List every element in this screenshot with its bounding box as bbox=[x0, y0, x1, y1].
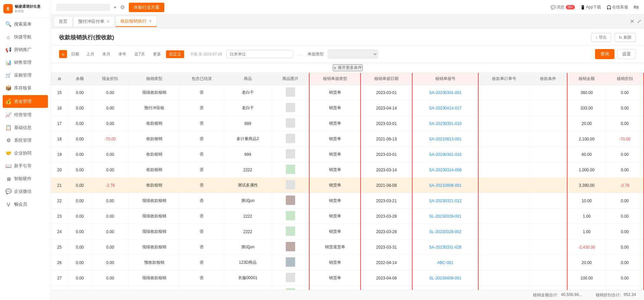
table-row[interactable]: 16 0.00 0.00 预付冲应收 否 老白干 销货单 2023-04-14 … bbox=[51, 100, 644, 116]
tab-home[interactable]: 首页 bbox=[54, 16, 72, 27]
export-button[interactable]: ↑ 导出 bbox=[591, 33, 611, 42]
user-label[interactable]: Rit bbox=[634, 5, 639, 10]
table-row[interactable]: 19 0.00 0.00 收款核销 否 999 销货单 2023-03-01 S… bbox=[51, 147, 644, 162]
sidebar-item-purchase[interactable]: 🛒采购管理 bbox=[0, 69, 51, 82]
sidebar-item-search[interactable]: 🔍搜索菜单 bbox=[0, 18, 51, 31]
receipt-no-link[interactable]: SA-20210813-001 bbox=[429, 137, 462, 141]
table-row[interactable]: 21 0.00 -2.76 收款核销 否 测试多属性 销货单 2021-08-0… bbox=[51, 178, 644, 193]
table-row[interactable]: 17 0.00 0.00 收款核销 否 999 销货单 2023-03-01 S… bbox=[51, 116, 644, 131]
cell-receipt-no[interactable]: SA-20230331-026 bbox=[412, 240, 478, 255]
cell-included: 否 bbox=[180, 116, 224, 131]
cell-product-img bbox=[272, 162, 309, 178]
close-tab-icon[interactable]: ✕ bbox=[630, 18, 634, 25]
sidebar-icon-collab: 🤝 bbox=[5, 150, 11, 156]
cell-receipt-no[interactable]: SA-20230301-010 bbox=[412, 116, 478, 131]
table-row[interactable]: 26 0.00 0.00 预收款核销 否 123D商品 销货单 2022-04-… bbox=[51, 255, 644, 270]
sidebar-item-business[interactable]: 📈经营管理 bbox=[0, 109, 51, 121]
refresh-button[interactable]: ↻ 刷新 bbox=[614, 33, 636, 42]
receipt-no-link[interactable]: SL-20230328-001 bbox=[429, 214, 462, 219]
cell-amount: 20.00 bbox=[567, 116, 606, 131]
receipt-no-link[interactable]: SL-20230328-002 bbox=[429, 229, 462, 234]
receipt-no-link[interactable]: ABC-001 bbox=[437, 260, 453, 265]
sidebar-item-inventory[interactable]: 📦库存核算 bbox=[0, 82, 51, 94]
cell-receipt-no[interactable]: SL-20230328-001 bbox=[412, 209, 478, 224]
receipt-no-link[interactable]: SA-20230301-001 bbox=[429, 90, 462, 95]
sidebar-item-wechat[interactable]: 💬企业微信 bbox=[0, 185, 51, 198]
cell-product-img bbox=[272, 100, 309, 116]
receipt-no-link[interactable]: SA-20230321-012 bbox=[429, 199, 462, 203]
single-type-select[interactable] bbox=[328, 50, 378, 58]
cell-receipt-no[interactable]: SA-20210808-001 bbox=[412, 178, 478, 193]
maximize-icon[interactable]: ⤢ bbox=[637, 18, 641, 25]
app-download-link[interactable]: 📱 App下载 bbox=[580, 4, 601, 10]
table-row[interactable]: 22 0.00 0.00 现续收款核销 否 测试jun 销货单 2023-03-… bbox=[51, 193, 644, 209]
col-settings-header[interactable]: ⚙ bbox=[51, 73, 68, 85]
cell-receipt-no[interactable]: SA-20230301-001 bbox=[412, 85, 478, 100]
receipt-no-link[interactable]: SL-20230408-001 bbox=[429, 276, 462, 281]
column-settings-button[interactable]: 设置 bbox=[617, 49, 636, 59]
sidebar-item-sales[interactable]: 📊销售管理 bbox=[0, 56, 51, 69]
sidebar-item-hardware[interactable]: 🖥智能硬件 bbox=[0, 172, 51, 185]
last-month-btn[interactable]: 上月 bbox=[83, 50, 97, 58]
more-date-btn[interactable]: 更多 bbox=[150, 50, 164, 58]
table-row[interactable]: 28 0.00 0.00 现续收款核销 否 2222 销货单 2023-04-1… bbox=[51, 286, 644, 290]
unit-filter-input[interactable] bbox=[226, 50, 293, 58]
cell-product-img bbox=[272, 131, 309, 147]
cell-receipt-no[interactable]: SA-20230301-010 bbox=[412, 147, 478, 162]
custom-date-btn[interactable]: 自定义 bbox=[166, 50, 184, 58]
dropdown-chevron-icon[interactable]: ▾ bbox=[114, 5, 116, 10]
table-row[interactable]: 23 0.00 0.00 现续收款核销 否 2222 销货单 2023-03-2… bbox=[51, 209, 644, 224]
unit-more-icon[interactable]: ... bbox=[297, 51, 304, 57]
cell-receipt-no[interactable]: ABC-001 bbox=[412, 255, 478, 270]
table-row[interactable]: 20 0.00 0.00 收款核销 否 2222 销货单 2023-03-14 … bbox=[51, 162, 644, 178]
solution-button[interactable]: 休验行业方案 bbox=[129, 3, 164, 12]
table-row[interactable]: 27 0.00 0.00 现续收款核销 否 衣服00001 销货单 2023-0… bbox=[51, 270, 644, 286]
cell-receipt-no[interactable]: SA-20230321-012 bbox=[412, 193, 478, 209]
topbar-search-input[interactable] bbox=[56, 4, 110, 11]
cell-receipt-no[interactable]: SL-20230418-001 bbox=[412, 286, 478, 290]
receipt-no-link[interactable]: SA-20230301-010 bbox=[429, 152, 462, 157]
table-row[interactable]: 24 0.00 0.00 现续收款核销 否 2222 销货单 2023-03-2… bbox=[51, 224, 644, 240]
cell-condition bbox=[530, 85, 567, 100]
last-7-days-btn[interactable]: 近7天 bbox=[131, 50, 148, 58]
receipt-no-link[interactable]: SA-20230331-026 bbox=[429, 245, 462, 250]
sidebar-item-basic[interactable]: 📋基础信息 bbox=[0, 121, 51, 134]
cell-receipt-no[interactable]: SL-20230408-001 bbox=[412, 270, 478, 286]
tab-receipt[interactable]: 收款核销执行✕ bbox=[115, 16, 157, 27]
cell-receipt-no[interactable]: SA-20230314-008 bbox=[412, 162, 478, 178]
online-service-link[interactable]: 🎧 在线客服 bbox=[606, 4, 628, 10]
receipt-no-link[interactable]: SA-20230301-010 bbox=[429, 121, 462, 126]
sidebar-item-vip[interactable]: V畅会员 bbox=[0, 198, 51, 211]
tab-prepay[interactable]: 预付冲应付单✕ bbox=[73, 16, 115, 27]
table-row[interactable]: 15 0.00 0.00 现续收款核销 否 老白干 销货单 2023-03-01… bbox=[51, 85, 644, 100]
sidebar-item-marketing[interactable]: 📢营销推广 bbox=[0, 43, 51, 56]
data-table-wrapper[interactable]: ⚙ 余额 现金折扣 核销类型 包含已结清 商品 商品图片 核销单据类型 核销单据… bbox=[51, 73, 644, 290]
sidebar-item-collab[interactable]: 🤝企业协同 bbox=[0, 147, 51, 160]
cell-id: 18 bbox=[51, 131, 68, 147]
sidebar-item-shortcut[interactable]: ⌂快捷导航 bbox=[0, 31, 51, 43]
cell-condition bbox=[530, 209, 567, 224]
this-year-btn[interactable]: 本年 bbox=[115, 50, 129, 58]
cell-receipt-no[interactable]: SL-20230328-002 bbox=[412, 224, 478, 240]
receipt-no-link[interactable]: SA-20230414-017 bbox=[429, 106, 462, 111]
filter-expand-button[interactable]: » bbox=[59, 50, 67, 58]
tab-close-receipt[interactable]: ✕ bbox=[149, 19, 152, 24]
cell-receipt-no[interactable]: SA-20210813-001 bbox=[412, 131, 478, 147]
this-month-btn[interactable]: 本月 bbox=[99, 50, 113, 58]
receipt-no-link[interactable]: SA-20230314-008 bbox=[429, 168, 462, 172]
sidebar-item-finance[interactable]: 💰资金管理 bbox=[3, 95, 48, 108]
cell-receipt-type: 销货单 bbox=[309, 147, 361, 162]
table-row[interactable]: 18 0.00 -70.00 收款核销 否 多计量商品2 销货单 2021-08… bbox=[51, 131, 644, 147]
sidebar-icon-shortcut: ⌂ bbox=[5, 34, 11, 40]
expand-more-button[interactable]: ∨ 展开更多条件 bbox=[333, 64, 363, 71]
tab-close-prepay[interactable]: ✕ bbox=[106, 19, 110, 24]
cell-receipt-no[interactable]: SA-20230414-017 bbox=[412, 100, 478, 116]
message-link[interactable]: 💬 消息 99+ bbox=[551, 4, 575, 10]
table-row[interactable]: 25 0.00 0.00 现续收款核销 否 测试jun 销货退货单 2023-0… bbox=[51, 240, 644, 255]
query-button[interactable]: 查询 bbox=[595, 49, 614, 59]
sidebar-item-guide[interactable]: 📖新手引导 bbox=[0, 160, 51, 172]
sidebar-item-system[interactable]: ⚙系统管理 bbox=[0, 134, 51, 147]
receipt-no-link[interactable]: SA-20210808-001 bbox=[429, 183, 462, 188]
settings-gear-icon[interactable]: ⚙ bbox=[120, 4, 125, 10]
sidebar-icon-wechat: 💬 bbox=[5, 188, 11, 195]
